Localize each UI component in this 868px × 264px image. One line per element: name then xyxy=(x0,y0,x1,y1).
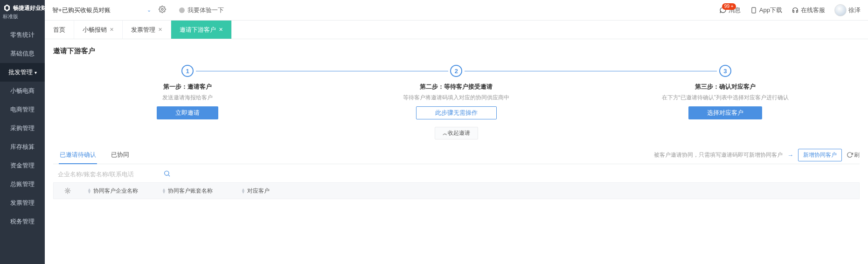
sidebar-item-inventory[interactable]: 库存核算 xyxy=(0,138,45,156)
brand-area: 畅捷通好业财 标准版 xyxy=(0,0,45,22)
avatar xyxy=(834,4,847,16)
table-header: ▲▼ 协同客户企业名称 ▲▼ 协同客户账套名称 ▲▼ 对应客户 xyxy=(53,182,860,199)
messages-badge: 99 + xyxy=(722,3,736,10)
svg-point-4 xyxy=(67,190,69,192)
topbar: 智+已购买收银员对账 ⌄ 我要体验一下 99 + 消息 App下载 xyxy=(45,0,868,21)
step-desc: 发送邀请海报给客户 xyxy=(162,94,213,102)
col-account-name[interactable]: ▲▼ 协同客户账套名称 xyxy=(156,187,236,195)
step-desc: 在下方“已邀请待确认”列表中选择对应客户进行确认 xyxy=(662,94,789,102)
headset-icon xyxy=(792,7,799,14)
step-2: 2 第二步：等待客户接受邀请 等待客户将邀请码填入对应的协同供应商中 此步骤无需… xyxy=(322,65,590,119)
sidebar-item-retail-stats[interactable]: 零售统计 xyxy=(0,26,45,44)
new-collab-customer-button[interactable]: 新增协同客户 xyxy=(798,149,842,161)
search-input[interactable] xyxy=(58,171,160,178)
invite-now-button[interactable]: 立即邀请 xyxy=(157,106,218,119)
brand-logo-icon xyxy=(3,4,11,12)
step-title: 第二步：等待客户接受邀请 xyxy=(420,83,493,91)
no-action-button[interactable]: 此步骤无需操作 xyxy=(416,106,497,119)
step-number: 1 xyxy=(181,65,194,77)
select-customer-button[interactable]: 选择对应客户 xyxy=(688,106,762,119)
collapse-invite-button[interactable]: ︽ 收起邀请 xyxy=(435,127,478,139)
close-icon[interactable]: ✕ xyxy=(110,27,114,33)
subtab-already-collab[interactable]: 已协同 xyxy=(110,146,130,164)
svg-point-3 xyxy=(165,171,169,175)
hint-text: 被客户邀请协同，只需填写邀请码即可新增协同客户 xyxy=(654,151,783,159)
tab-invoice-manage[interactable]: 发票管理✕ xyxy=(123,21,171,39)
steps-wizard: 1 第一步：邀请客户 发送邀请海报给客户 立即邀请 2 第二步：等待客户接受邀请… xyxy=(53,62,860,122)
close-icon[interactable]: ✕ xyxy=(158,27,162,33)
sidebar-item-invoice[interactable]: 发票管理 xyxy=(0,194,45,212)
dot-icon xyxy=(179,7,185,13)
sort-icon: ▲▼ xyxy=(162,188,166,194)
sidebar-item-basic-info[interactable]: 基础信息 xyxy=(0,44,45,63)
step-1: 1 第一步：邀请客户 发送邀请海报给客户 立即邀请 xyxy=(53,65,322,119)
tab-invite-customers[interactable]: 邀请下游客户✕ xyxy=(171,21,232,39)
column-settings[interactable] xyxy=(54,188,82,194)
tab-xiaochang-expense[interactable]: 小畅报销✕ xyxy=(74,21,123,39)
gear-icon[interactable] xyxy=(159,6,166,14)
scenario-select[interactable]: 智+已购买收银员对账 ⌄ xyxy=(52,6,151,14)
brand-edition: 标准版 xyxy=(3,13,42,20)
phone-icon xyxy=(750,7,757,14)
step-number: 2 xyxy=(450,65,462,77)
step-desc: 等待客户将邀请码填入对应的协同供应商中 xyxy=(403,94,509,102)
brand-name: 畅捷通好业财 xyxy=(13,4,47,12)
svg-rect-1 xyxy=(752,7,756,13)
step-number: 3 xyxy=(719,65,731,77)
tab-home[interactable]: 首页 xyxy=(45,21,74,39)
svg-point-0 xyxy=(161,8,163,10)
col-company-name[interactable]: ▲▼ 协同客户企业名称 xyxy=(82,187,156,195)
chevron-down-icon: ▾ xyxy=(35,70,37,75)
close-icon[interactable]: ✕ xyxy=(219,27,223,33)
customer-service-button[interactable]: 在线客服 xyxy=(792,6,825,14)
sidebar: 畅捷通好业财 标准版 零售统计 基础信息 批发管理▾ 小畅电商 电商管理 采购管… xyxy=(0,0,45,264)
app-download-button[interactable]: App下载 xyxy=(750,6,782,14)
step-title: 第一步：邀请客户 xyxy=(163,83,212,91)
page-title: 邀请下游客户 xyxy=(53,47,860,56)
sidebar-item-ec-manage[interactable]: 电商管理 xyxy=(0,100,45,119)
step-title: 第三步：确认对应客户 xyxy=(695,83,756,91)
sort-icon: ▲▼ xyxy=(87,188,91,194)
step-3: 3 第三步：确认对应客户 在下方“已邀请待确认”列表中选择对应客户进行确认 选择… xyxy=(591,65,860,119)
sidebar-item-wholesale[interactable]: 批发管理▾ xyxy=(0,63,45,82)
sidebar-item-purchase[interactable]: 采购管理 xyxy=(0,119,45,138)
sidebar-item-tax[interactable]: 税务管理 xyxy=(0,212,45,231)
refresh-button[interactable]: 刷 xyxy=(847,151,860,159)
col-corresponding-customer[interactable]: ▲▼ 对应客户 xyxy=(236,187,859,195)
search-icon[interactable] xyxy=(163,170,171,179)
arrow-right-icon: → xyxy=(787,152,793,159)
sidebar-item-ledger[interactable]: 总账管理 xyxy=(0,175,45,194)
subtab-pending-confirm[interactable]: 已邀请待确认 xyxy=(59,146,97,164)
sidebar-item-xiaochang-ec[interactable]: 小畅电商 xyxy=(0,82,45,100)
user-menu[interactable]: 徐泽 xyxy=(834,4,861,16)
chevron-down-icon: ⌄ xyxy=(147,7,151,13)
sort-icon: ▲▼ xyxy=(241,188,245,194)
tryit-link[interactable]: 我要体验一下 xyxy=(179,6,224,14)
tab-bar: 首页 小畅报销✕ 发票管理✕ 邀请下游客户✕ xyxy=(45,21,868,39)
chevrons-up-icon: ︽ xyxy=(443,130,446,137)
sidebar-item-fund[interactable]: 资金管理 xyxy=(0,156,45,175)
messages-button[interactable]: 99 + 消息 xyxy=(719,6,741,14)
